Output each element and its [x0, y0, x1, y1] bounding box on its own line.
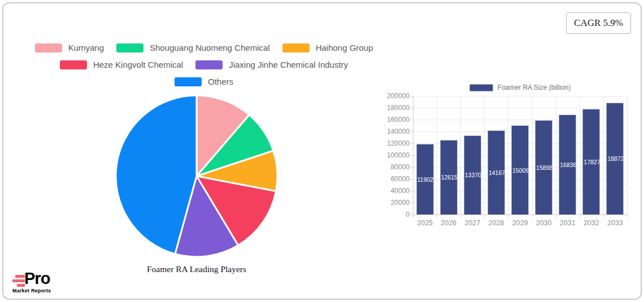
y-axis-tick-label: 180000 [379, 104, 410, 112]
bar-2028: 141672 [488, 130, 505, 215]
gridline-v [508, 96, 508, 215]
bar-2025: 119020 [416, 144, 434, 215]
logo-mark: Pro [12, 271, 51, 287]
x-axis-category-label: 2029 [508, 219, 532, 227]
y-axis-tick-label: 140000 [379, 128, 410, 135]
logo-bar [17, 284, 25, 287]
bar-2026: 126157 [440, 140, 458, 215]
x-axis-tick [413, 215, 414, 217]
pie-chart-title: Foamer RA Leading Players [114, 264, 279, 274]
bar-legend-swatch [469, 84, 493, 91]
legend-swatch [175, 77, 202, 86]
bar-value-label: 133701 [465, 172, 481, 178]
legend-label: Kumyang [68, 43, 104, 52]
bar-2033: 188721 [606, 103, 624, 215]
report-card: CAGR 5.9% KumyangShouguang Nuomeng Chemi… [2, 2, 642, 300]
logo-bar [12, 279, 25, 282]
x-axis-tick [437, 215, 437, 217]
bar-plot-area: 0200004000060000800001000001200001400001… [413, 96, 627, 215]
legend-swatch [195, 60, 223, 69]
x-axis-tick [627, 215, 628, 217]
y-axis-tick-label: 40000 [379, 187, 410, 195]
gridline-v [532, 96, 533, 215]
bar-2027: 133701 [464, 135, 481, 215]
gridline-h [413, 96, 627, 97]
x-axis-category-label: 2028 [484, 219, 508, 227]
x-axis-tick [460, 215, 461, 217]
pie-legend-row: Heze Kingvolt ChemicalJiaxing Jinhe Chem… [9, 60, 399, 69]
logo-subtitle: Market Reports [12, 288, 51, 294]
y-axis-tick-label: 0 [379, 211, 410, 218]
legend-item-jiaxing-jinhe-chemical-industry[interactable]: Jiaxing Jinhe Chemical Industry [195, 60, 348, 69]
y-axis-tick-label: 160000 [379, 116, 410, 124]
x-axis-tick [603, 215, 604, 217]
x-axis-tick [508, 215, 508, 217]
gridline-v [484, 96, 485, 215]
y-axis-tick-label: 60000 [379, 175, 410, 183]
x-axis-line [413, 215, 628, 215]
x-axis-category-label: 2030 [532, 219, 556, 227]
bar-value-label: 119020 [417, 176, 434, 183]
x-axis-category-label: 2025 [413, 219, 437, 227]
legend-label: Shouguang Nuomeng Chemical [150, 43, 270, 52]
x-axis-category-label: 2031 [556, 219, 580, 227]
gridline-v [627, 96, 628, 215]
legend-item-haihong-group[interactable]: Haihong Group [282, 43, 373, 52]
legend-label: Haihong Group [316, 43, 373, 52]
bar-value-label: 178270 [584, 159, 600, 165]
bar-value-label: 158981 [536, 164, 552, 171]
legend-item-others[interactable]: Others [175, 77, 233, 86]
x-axis-category-label: 2026 [437, 219, 460, 227]
gridline-v [556, 96, 556, 215]
pro-market-reports-logo: Pro Market Reports [12, 271, 51, 294]
legend-item-heze-kingvolt-chemical[interactable]: Heze Kingvolt Chemical [60, 60, 183, 69]
legend-swatch [116, 43, 143, 52]
gridline-v [603, 96, 604, 215]
bar-chart-legend-item[interactable]: Foamer RA Size (billion) [413, 84, 627, 91]
bar-value-label: 168366 [560, 161, 576, 168]
legend-swatch [282, 43, 310, 52]
bar-value-label: 141672 [489, 169, 505, 176]
x-axis-category-label: 2033 [603, 219, 627, 227]
bar-value-label: 150091 [512, 167, 529, 174]
legend-label: Others [208, 77, 233, 86]
y-axis-tick-label: 200000 [379, 92, 410, 100]
bar-2029: 150091 [511, 125, 529, 215]
bar-value-label: 126157 [441, 174, 458, 181]
bar-2032: 178270 [582, 109, 600, 215]
legend-swatch [60, 60, 87, 69]
bar-legend-label: Foamer RA Size (billion) [498, 84, 571, 91]
bar-value-label: 188721 [607, 155, 624, 162]
gridline-v [437, 96, 437, 215]
cagr-label: CAGR 5.9% [574, 17, 623, 28]
pie-chart [114, 94, 279, 259]
x-axis-tick [484, 215, 485, 217]
pie-legend-row: KumyangShouguang Nuomeng ChemicalHaihong… [9, 43, 399, 52]
gridline-v [460, 96, 461, 215]
x-axis-category-label: 2032 [580, 219, 603, 227]
y-axis-tick-label: 20000 [379, 199, 410, 207]
logo-title: Pro [24, 271, 50, 287]
bar-2031: 168366 [559, 115, 576, 215]
bar-chart: Foamer RA Size (billion) 020000400006000… [388, 80, 644, 235]
y-axis-tick-label: 80000 [379, 163, 410, 171]
y-axis-tick-label: 100000 [379, 151, 410, 159]
gridline-v [580, 96, 580, 215]
pie-legend-row: Others [9, 77, 399, 86]
logo-bars-icon [12, 275, 25, 287]
legend-label: Jiaxing Jinhe Chemical Industry [229, 60, 348, 69]
x-axis-tick [556, 215, 556, 217]
logo-bar [15, 275, 25, 278]
bar-2030: 158981 [535, 120, 552, 215]
pie-svg [114, 94, 279, 259]
y-axis-line [413, 96, 414, 215]
legend-swatch [35, 43, 62, 52]
legend-label: Heze Kingvolt Chemical [93, 60, 183, 69]
x-axis-category-label: 2027 [460, 219, 484, 227]
legend-item-shouguang-nuomeng-chemical[interactable]: Shouguang Nuomeng Chemical [116, 43, 270, 52]
x-axis-tick [580, 215, 580, 217]
x-axis-tick [532, 215, 533, 217]
y-axis-tick-label: 120000 [379, 139, 410, 147]
pie-legend: KumyangShouguang Nuomeng ChemicalHaihong… [9, 43, 399, 94]
legend-item-kumyang[interactable]: Kumyang [35, 43, 104, 52]
